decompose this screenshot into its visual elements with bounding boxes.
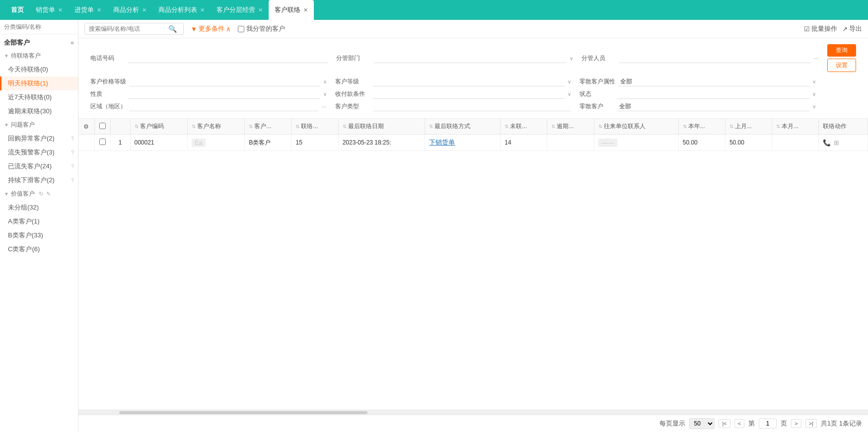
close-icon[interactable]: ✕ xyxy=(303,7,308,13)
row-overdue xyxy=(547,135,594,151)
phone-action-icon[interactable]: 📞 xyxy=(823,139,831,146)
col-settings[interactable]: ⚙ xyxy=(78,119,94,135)
sidebar-item-abnormal[interactable]: 回购异常客户(2) ? xyxy=(0,132,78,145)
help-icon[interactable]: ? xyxy=(71,177,74,183)
last-method-link[interactable]: 下销货单 xyxy=(429,139,455,146)
sidebar-section-value[interactable]: 价值客户 ↻ ✎ xyxy=(0,187,78,201)
help-icon[interactable]: ? xyxy=(71,149,74,155)
sidebar-item-ungrouped[interactable]: 未分组(32) xyxy=(0,201,78,215)
col-customer-type[interactable]: 客户... xyxy=(245,119,291,135)
bulk-operation-button[interactable]: ☑ 批量操作 xyxy=(804,24,837,33)
filter-region-input[interactable] xyxy=(129,102,319,111)
col-unlinked[interactable]: 未联... xyxy=(501,119,547,135)
col-contact-person[interactable]: 往来单位联系人 xyxy=(594,119,678,135)
dropdown-arrow-icon[interactable]: ∨ xyxy=(323,79,327,84)
search-input[interactable] xyxy=(89,25,168,32)
filter-level-input[interactable] xyxy=(373,77,565,86)
edit-icon[interactable]: ✎ xyxy=(46,191,51,197)
col-this-month[interactable]: 本月... xyxy=(772,119,819,135)
sidebar-item-churn-warn[interactable]: 流失预警客户(3) ? xyxy=(0,145,78,159)
dropdown-arrow-icon[interactable]: ∨ xyxy=(570,56,573,61)
next-page-button[interactable]: > xyxy=(791,419,801,428)
dropdown-arrow-icon[interactable]: ∨ xyxy=(812,79,816,84)
last-page-button[interactable]: >| xyxy=(805,419,817,428)
sidebar-item-overdue[interactable]: 逾期未联络(30) xyxy=(0,104,78,118)
more-dots-icon[interactable]: ··· xyxy=(814,55,819,62)
col-customer-name[interactable]: 客户名称 xyxy=(187,119,244,135)
nav-item-analysis-list[interactable]: 商品分析列表 ✕ xyxy=(152,0,211,20)
row-check[interactable] xyxy=(94,135,110,151)
nav-item-sales[interactable]: 销货单 ✕ xyxy=(30,0,69,20)
setting-button[interactable]: 设置 xyxy=(827,59,856,72)
col-contacts[interactable]: 联络... xyxy=(291,119,338,135)
filter-payment-input[interactable] xyxy=(373,89,565,99)
more-dots-icon[interactable]: ··· xyxy=(322,103,327,110)
col-last-date[interactable]: 最后联络日期 xyxy=(338,119,425,135)
search-button[interactable]: 🔍 xyxy=(168,25,177,33)
nav-item-contact[interactable]: 客户联络 ✕ xyxy=(269,0,314,20)
filter-retail-input[interactable] xyxy=(617,102,809,111)
export-button[interactable]: ↗ 导出 xyxy=(842,24,862,33)
my-customers-check-input[interactable] xyxy=(238,26,244,32)
collapse-icon[interactable]: « xyxy=(71,39,74,46)
close-icon[interactable]: ✕ xyxy=(58,7,63,13)
nav-item-crm[interactable]: 客户分层经营 ✕ xyxy=(211,0,269,20)
sidebar-item-a-class[interactable]: A类客户(1) xyxy=(0,215,78,228)
help-icon[interactable]: ? xyxy=(71,136,74,142)
dropdown-arrow-icon[interactable]: ∨ xyxy=(323,91,327,97)
filter-dept-input[interactable] xyxy=(374,54,567,63)
filter-cust-type-input[interactable] xyxy=(373,102,572,111)
row-last-method[interactable]: 下销货单 xyxy=(425,135,501,151)
per-page-select[interactable]: 50 100 200 xyxy=(689,418,715,429)
sidebar-section-problem[interactable]: 问题客户 xyxy=(0,118,78,132)
sidebar-item-tomorrow[interactable]: 明天待联络(1) xyxy=(0,76,78,90)
dropdown-arrow-icon[interactable]: ∨ xyxy=(568,91,571,97)
page-input[interactable] xyxy=(759,419,777,429)
my-customers-checkbox[interactable]: 我分管的客户 xyxy=(238,24,285,33)
dropdown-arrow-icon[interactable]: ∨ xyxy=(812,104,816,109)
nav-item-purchase[interactable]: 进货单 ✕ xyxy=(69,0,107,20)
dropdown-arrow-icon[interactable]: ∨ xyxy=(812,91,816,97)
horizontal-scrollbar[interactable] xyxy=(78,410,868,415)
filter-status-input[interactable] xyxy=(617,89,809,99)
sidebar-item-declining[interactable]: 持续下滑客户(2) ? xyxy=(0,173,78,187)
sidebar-item-today[interactable]: 今天待联络(0) xyxy=(0,63,78,76)
query-button[interactable]: 查询 xyxy=(827,44,856,57)
filter-phone-input[interactable] xyxy=(128,54,328,63)
more-filters-button[interactable]: ▼ 更多条件 ∧ xyxy=(188,23,234,35)
dropdown-arrow-icon[interactable]: ∨ xyxy=(568,79,571,84)
col-customer-code[interactable]: 客户编码 xyxy=(130,119,187,135)
help-icon[interactable]: ? xyxy=(71,163,74,169)
row-code: 000021 xyxy=(130,135,187,151)
more-action-icon[interactable]: ⊞ xyxy=(834,139,839,146)
close-icon[interactable]: ✕ xyxy=(97,7,101,13)
sidebar-all-customers[interactable]: 全部客户 « xyxy=(0,34,78,49)
close-icon[interactable]: ✕ xyxy=(258,7,263,13)
sidebar-section-pending[interactable]: 待联络客户 xyxy=(0,49,78,63)
col-check[interactable] xyxy=(94,119,110,135)
select-all-checkbox[interactable] xyxy=(99,123,106,129)
nav-item-analysis[interactable]: 商品分析 ✕ xyxy=(107,0,152,20)
sidebar-item-7days[interactable]: 近7天待联络(0) xyxy=(0,90,78,104)
col-last-method[interactable]: 最后联络方式 xyxy=(425,119,501,135)
filter-person-input[interactable] xyxy=(619,54,811,63)
row-checkbox[interactable] xyxy=(99,139,106,145)
nav-item-home[interactable]: 首页 xyxy=(5,0,30,20)
filter-nature-input[interactable] xyxy=(128,89,320,99)
col-this-year[interactable]: 本年... xyxy=(678,119,725,135)
filter-cell-nature: 性质 ∨ xyxy=(86,89,331,99)
close-icon[interactable]: ✕ xyxy=(200,7,205,13)
col-overdue[interactable]: 逾期... xyxy=(547,119,594,135)
col-last-month[interactable]: 上月... xyxy=(725,119,772,135)
close-icon[interactable]: ✕ xyxy=(142,7,146,13)
scroll-thumb[interactable] xyxy=(119,411,367,414)
first-page-button[interactable]: |< xyxy=(719,419,730,428)
sidebar-search-input[interactable] xyxy=(4,23,78,30)
sidebar-item-c-class[interactable]: C类客户(6) xyxy=(0,242,78,256)
filter-price-input[interactable] xyxy=(129,77,320,86)
sidebar-item-b-class[interactable]: B类客户(33) xyxy=(0,228,78,242)
refresh-icon[interactable]: ↻ xyxy=(39,191,43,197)
prev-page-button[interactable]: < xyxy=(734,419,744,428)
filter-retail-attr-input[interactable] xyxy=(618,77,809,86)
sidebar-item-churned[interactable]: 已流失客户(24) ? xyxy=(0,159,78,173)
